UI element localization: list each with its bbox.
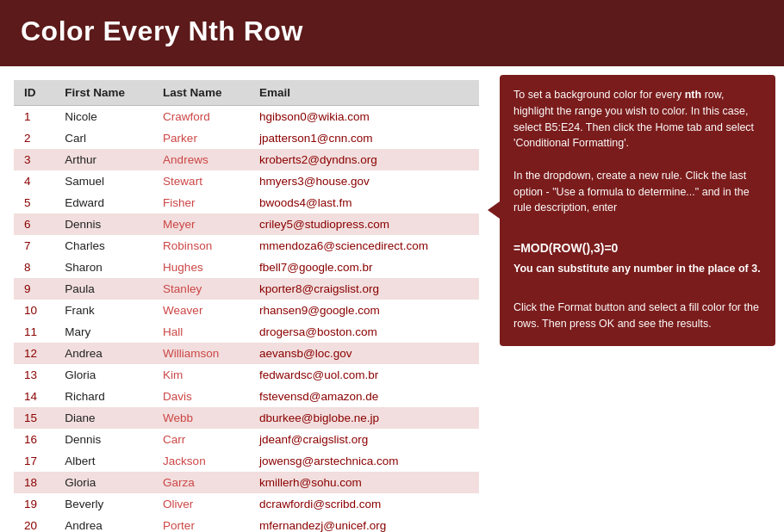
cell-id: 18 <box>14 472 54 493</box>
cell-lastname: Garza <box>152 472 249 493</box>
cell-lastname: Williamson <box>152 343 249 364</box>
cell-lastname: Carr <box>152 429 249 450</box>
table-row: 10FrankWeaverrhansen9@google.com <box>14 300 479 321</box>
tooltip-nth: nth <box>685 89 701 101</box>
col-email: Email <box>249 80 479 106</box>
table-row: 2CarlParkerjpatterson1@cnn.com <box>14 127 479 149</box>
cell-id: 6 <box>14 213 54 235</box>
cell-firstname: Nicole <box>54 106 152 128</box>
cell-firstname: Gloria <box>54 364 152 386</box>
cell-lastname: Hall <box>152 321 249 343</box>
table-row: 7CharlesRobinsonmmendoza6@sciencedirect.… <box>14 235 479 257</box>
col-lastname: Last Name <box>152 80 249 106</box>
cell-lastname: Robinson <box>152 235 249 257</box>
cell-lastname: Webb <box>152 407 249 429</box>
tooltip-line3: Click the Format button and select a fil… <box>513 301 759 330</box>
cell-id: 20 <box>14 515 54 532</box>
tooltip-box: To set a background color for every nth … <box>500 75 775 346</box>
tooltip-line1: To set a background color for every <box>513 89 685 101</box>
table-row: 9PaulaStanleykporter8@craigslist.org <box>14 278 479 300</box>
cell-id: 13 <box>14 364 54 386</box>
table-row: 13GloriaKimfedwardsc@uol.com.br <box>14 364 479 386</box>
cell-id: 3 <box>14 149 54 170</box>
table-row: 15DianeWebbdburkee@biglobe.ne.jp <box>14 407 479 429</box>
cell-email: hgibson0@wikia.com <box>249 106 479 128</box>
cell-lastname: Jackson <box>152 450 249 472</box>
cell-id: 19 <box>14 493 54 515</box>
cell-lastname: Hughes <box>152 257 249 278</box>
content-area: ID First Name Last Name Email 1NicoleCra… <box>0 66 784 532</box>
cell-firstname: Frank <box>54 300 152 321</box>
cell-email: jdeanf@craigslist.org <box>249 429 479 450</box>
table-body: 1NicoleCrawfordhgibson0@wikia.com2CarlPa… <box>14 106 479 533</box>
cell-id: 5 <box>14 192 54 213</box>
cell-id: 8 <box>14 257 54 278</box>
cell-email: jowensg@arstechnica.com <box>249 450 479 472</box>
cell-lastname: Parker <box>152 127 249 149</box>
cell-email: aevansb@loc.gov <box>249 343 479 364</box>
table-row: 5EdwardFisherbwoods4@last.fm <box>14 192 479 213</box>
cell-firstname: Beverly <box>54 493 152 515</box>
cell-id: 15 <box>14 407 54 429</box>
cell-firstname: Samuel <box>54 170 152 192</box>
cell-lastname: Davis <box>152 386 249 407</box>
col-firstname: First Name <box>54 80 152 106</box>
table-row: 18GloriaGarzakmillerh@sohu.com <box>14 472 479 493</box>
table-row: 1NicoleCrawfordhgibson0@wikia.com <box>14 106 479 128</box>
cell-email: mfernandezj@unicef.org <box>249 515 479 532</box>
cell-firstname: Dennis <box>54 213 152 235</box>
table-row: 16DennisCarrjdeanf@craigslist.org <box>14 429 479 450</box>
page-header: Color Every Nth Row <box>0 0 784 66</box>
cell-firstname: Gloria <box>54 472 152 493</box>
cell-lastname: Meyer <box>152 213 249 235</box>
cell-id: 14 <box>14 386 54 407</box>
cell-email: fbell7@google.com.br <box>249 257 479 278</box>
cell-id: 2 <box>14 127 54 149</box>
cell-lastname: Kim <box>152 364 249 386</box>
cell-id: 7 <box>14 235 54 257</box>
tooltip-subst: You can substitute any number in the pla… <box>513 261 762 277</box>
cell-email: jpatterson1@cnn.com <box>249 127 479 149</box>
cell-email: drogersa@boston.com <box>249 321 479 343</box>
cell-id: 4 <box>14 170 54 192</box>
cell-firstname: Diane <box>54 407 152 429</box>
cell-lastname: Crawford <box>152 106 249 128</box>
cell-id: 16 <box>14 429 54 450</box>
cell-email: bwoods4@last.fm <box>249 192 479 213</box>
cell-email: dburkee@biglobe.ne.jp <box>249 407 479 429</box>
cell-firstname: Charles <box>54 235 152 257</box>
cell-lastname: Stanley <box>152 278 249 300</box>
cell-id: 10 <box>14 300 54 321</box>
cell-email: kporter8@craigslist.org <box>249 278 479 300</box>
cell-lastname: Porter <box>152 515 249 532</box>
cell-firstname: Albert <box>54 450 152 472</box>
col-id: ID <box>14 80 54 106</box>
table-row: 19BeverlyOliverdcrawfordi@scribd.com <box>14 493 479 515</box>
table-header-row: ID First Name Last Name Email <box>14 80 479 106</box>
table-row: 12AndreaWilliamsonaevansb@loc.gov <box>14 343 479 364</box>
tooltip-formula: =MOD(ROW(),3)=0 <box>513 239 762 257</box>
cell-firstname: Dennis <box>54 429 152 450</box>
cell-email: kmillerh@sohu.com <box>249 472 479 493</box>
cell-firstname: Andrea <box>54 343 152 364</box>
cell-email: rhansen9@google.com <box>249 300 479 321</box>
cell-email: fedwardsc@uol.com.br <box>249 364 479 386</box>
table-row: 17AlbertJacksonjowensg@arstechnica.com <box>14 450 479 472</box>
cell-firstname: Richard <box>54 386 152 407</box>
cell-email: fstevensd@amazon.de <box>249 386 479 407</box>
table-row: 4SamuelStewarthmyers3@house.gov <box>14 170 479 192</box>
cell-firstname: Mary <box>54 321 152 343</box>
cell-firstname: Carl <box>54 127 152 149</box>
cell-id: 9 <box>14 278 54 300</box>
cell-email: criley5@studiopress.com <box>249 213 479 235</box>
cell-lastname: Andrews <box>152 149 249 170</box>
table-row: 20AndreaPortermfernandezj@unicef.org <box>14 515 479 532</box>
page-title: Color Every Nth Row <box>21 15 763 47</box>
cell-email: dcrawfordi@scribd.com <box>249 493 479 515</box>
cell-firstname: Arthur <box>54 149 152 170</box>
cell-lastname: Oliver <box>152 493 249 515</box>
cell-lastname: Fisher <box>152 192 249 213</box>
cell-id: 17 <box>14 450 54 472</box>
table-row: 11MaryHalldrogersa@boston.com <box>14 321 479 343</box>
cell-lastname: Stewart <box>152 170 249 192</box>
